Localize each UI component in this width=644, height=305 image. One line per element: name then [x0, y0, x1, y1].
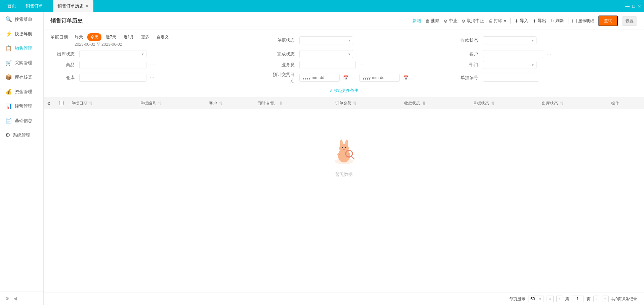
- date-btn-more[interactable]: 更多: [138, 33, 152, 41]
- collapse-filter-bar[interactable]: ∧ 收起更多条件: [50, 86, 637, 94]
- export-button[interactable]: ⬆ 导出: [532, 18, 546, 24]
- order-no-input[interactable]: [483, 74, 539, 82]
- top-bar: 首页 销售订单 ✕ 销售订单历史 ✕ — □ ✕: [0, 0, 644, 12]
- purchase-mgmt-icon: 🛒: [5, 60, 12, 66]
- delete-button[interactable]: 🗑 删除: [425, 18, 440, 24]
- sidebar-item-purchase-mgmt[interactable]: 🛒 采购管理: [0, 55, 43, 70]
- cancel-stop-button[interactable]: ⊘ 取消中止: [462, 18, 484, 24]
- calendar-to-icon[interactable]: 📅: [403, 75, 409, 80]
- th-order-no[interactable]: 单据编号 ⇅: [137, 98, 206, 109]
- stop-icon: ⊘: [444, 18, 447, 24]
- sidebar-collapse-icon[interactable]: ◀: [13, 296, 17, 301]
- sidebar-item-basic-info[interactable]: 📄 基础信息: [0, 113, 43, 128]
- window-close-btn[interactable]: ✕: [638, 4, 641, 9]
- tab-sales-order[interactable]: 销售订单 ✕: [21, 0, 53, 12]
- page-number-input[interactable]: [572, 296, 584, 302]
- date-btn-today[interactable]: 今天: [87, 33, 101, 41]
- sidebar-item-ops-mgmt[interactable]: 📊 经营管理: [0, 99, 43, 113]
- total-records: 共0页,0条记录: [611, 296, 637, 302]
- capital-mgmt-icon: 💰: [5, 88, 12, 95]
- filter-order-status-section: 单据状态: [270, 36, 454, 44]
- warehouse-search-icon[interactable]: ···: [150, 75, 154, 81]
- settings-button[interactable]: 设置: [622, 16, 637, 26]
- th-order-status[interactable]: 单据状态 ⇅: [470, 98, 539, 109]
- delivery-date-to-input[interactable]: [359, 74, 400, 82]
- date-btn-custom[interactable]: 自定义: [154, 33, 172, 41]
- filter-completion-status-section: 完成状态: [270, 50, 454, 58]
- product-input[interactable]: [79, 61, 146, 69]
- sidebar-item-sales-mgmt[interactable]: 📋 销售管理: [0, 41, 43, 55]
- date-btn-yesterday[interactable]: 昨天: [72, 33, 86, 41]
- filter-area: 单据日期 昨天 今天 近7天 近1月 更多 自定义 2023-06-02 至 2…: [44, 30, 644, 98]
- table-header-row: ⚙ 单据日期 ⇅ 单据编号 ⇅: [44, 98, 644, 109]
- customer-search-icon[interactable]: ···: [547, 51, 551, 57]
- display-cols-checkbox[interactable]: [572, 19, 577, 23]
- window-minimize-btn[interactable]: —: [625, 4, 630, 9]
- sidebar-item-purchase-mgmt-label: 采购管理: [15, 60, 32, 66]
- payment-status-select[interactable]: [483, 36, 536, 44]
- tab-sales-order-close[interactable]: ✕: [45, 4, 48, 8]
- refresh-button[interactable]: ↻ 刷新: [550, 18, 564, 24]
- sidebar-item-quick-nav-label: 快捷导航: [15, 31, 32, 37]
- settings-gear-icon[interactable]: ⚙: [47, 101, 51, 106]
- prev-page-btn[interactable]: ‹: [556, 296, 562, 302]
- th-date[interactable]: 单据日期 ⇅: [68, 98, 137, 109]
- tab-sales-order-history-close[interactable]: ✕: [86, 4, 89, 8]
- warehouse-input[interactable]: [79, 74, 146, 82]
- sidebar-item-inventory[interactable]: 📦 库存核算: [0, 70, 43, 84]
- order-no-sort-icon: ⇅: [158, 101, 161, 106]
- import-button[interactable]: ⬇ 导入: [515, 18, 528, 24]
- sidebar-settings-icon[interactable]: ⚙: [5, 296, 9, 301]
- sidebar-bottom: ⚙ ◀: [0, 292, 43, 305]
- data-table: ⚙ 单据日期 ⇅ 单据编号 ⇅: [44, 98, 644, 198]
- filter-row-1: 单据日期 昨天 今天 近7天 近1月 更多 自定义 2023-06-02 至 2…: [50, 33, 637, 47]
- last-page-btn[interactable]: »: [602, 296, 609, 302]
- toolbar: ＋ 新增 🗑 删除 ⊘ 中止 ⊘ 取消中止 🖨 打印: [407, 15, 637, 26]
- page-label: 第: [565, 296, 569, 302]
- filter-order-status-label: 单据状态: [270, 37, 297, 43]
- dept-select[interactable]: [483, 61, 536, 69]
- tab-sales-order-history[interactable]: 销售订单历史 ✕: [53, 0, 93, 12]
- display-cols-toggle[interactable]: 显示明细: [572, 18, 594, 24]
- sidebar-item-sys-mgmt[interactable]: ⚙ 系统管理: [0, 128, 43, 142]
- delivery-date-from-input[interactable]: [299, 74, 340, 82]
- calendar-from-icon[interactable]: 📅: [343, 75, 348, 80]
- sidebar-item-search-menu-label: 搜索菜单: [15, 16, 32, 23]
- th-payment-status[interactable]: 收款状态 ⇅: [401, 98, 470, 109]
- date-range-value: 2023-06-02 至 2023-06-02: [75, 42, 122, 47]
- th-settings[interactable]: ⚙: [44, 98, 56, 109]
- th-delivery-status[interactable]: 出库状态 ⇅: [539, 98, 607, 109]
- customer-input[interactable]: [483, 50, 543, 58]
- first-page-btn[interactable]: «: [547, 296, 554, 302]
- product-search-icon[interactable]: ···: [150, 62, 154, 68]
- sidebar-item-search-menu[interactable]: 🔍 搜索菜单: [0, 12, 43, 27]
- window-maximize-btn[interactable]: □: [632, 4, 635, 9]
- th-checkbox[interactable]: [56, 98, 68, 109]
- new-button[interactable]: ＋ 新增: [407, 18, 421, 24]
- order-status-select[interactable]: [299, 36, 353, 44]
- th-amount[interactable]: 订单金额 ⇅: [332, 98, 401, 109]
- query-button[interactable]: 查询: [598, 15, 618, 26]
- date-btn-1month[interactable]: 近1月: [121, 33, 137, 41]
- next-page-btn[interactable]: ›: [593, 296, 599, 302]
- select-all-checkbox[interactable]: [59, 101, 63, 105]
- print-label: 打印: [494, 18, 503, 24]
- date-btn-7days[interactable]: 近7天: [103, 33, 119, 41]
- sidebar-item-sales-mgmt-label: 销售管理: [15, 45, 32, 51]
- order-status-sort-icon: ⇅: [491, 101, 495, 106]
- print-button[interactable]: 🖨 打印 ▾: [488, 18, 506, 24]
- th-delivery-date[interactable]: 预计交货... ⇅: [255, 98, 332, 109]
- filter-row-2: 出库状态 完成状态 客户: [50, 50, 637, 58]
- stop-button[interactable]: ⊘ 中止: [444, 18, 458, 24]
- completion-status-select[interactable]: [299, 50, 353, 58]
- per-page-select[interactable]: 50 10 20 100: [528, 296, 544, 302]
- ops-mgmt-icon: 📊: [5, 103, 12, 109]
- th-customer[interactable]: 客户 ⇅: [206, 98, 255, 109]
- sidebar-item-quick-nav[interactable]: ⚡ 快捷导航: [0, 27, 43, 41]
- tab-home[interactable]: 首页: [3, 0, 21, 12]
- salesperson-search-icon[interactable]: ···: [359, 62, 363, 68]
- salesperson-input[interactable]: [299, 61, 356, 69]
- svg-point-8: [345, 147, 346, 148]
- delivery-status-select[interactable]: [79, 50, 146, 58]
- sidebar-item-capital-mgmt[interactable]: 💰 资金管理: [0, 84, 43, 99]
